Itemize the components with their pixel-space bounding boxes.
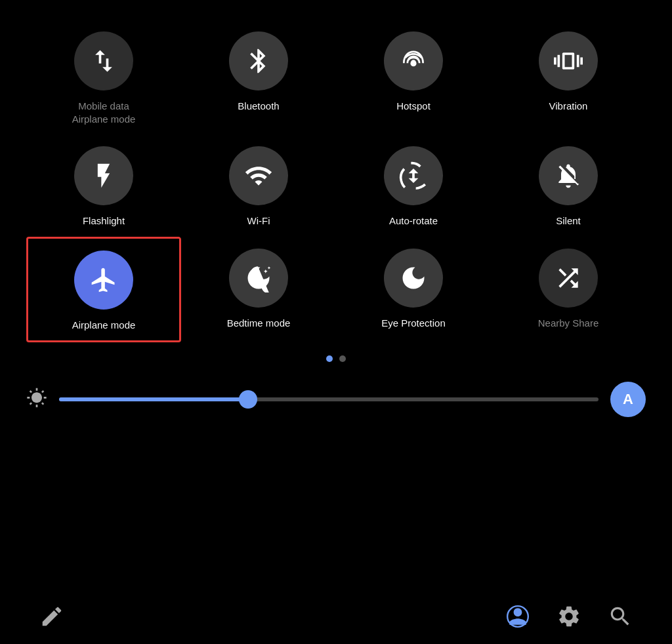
tile-bluetooth[interactable]: Bluetooth xyxy=(181,20,336,134)
vibration-icon xyxy=(539,31,598,91)
page-dots xyxy=(0,355,672,362)
tile-hotspot[interactable]: Hotspot xyxy=(336,20,491,134)
wifi-icon xyxy=(229,146,288,205)
brightness-slider[interactable] xyxy=(59,397,598,401)
settings-button[interactable] xyxy=(556,604,581,632)
tile-nearby-share[interactable]: Nearby Share xyxy=(491,237,646,343)
tile-eye-protection[interactable]: Eye Protection xyxy=(336,237,491,343)
nearby-share-label: Nearby Share xyxy=(538,317,599,330)
user-button[interactable] xyxy=(505,604,530,632)
tile-silent[interactable]: Silent xyxy=(491,134,646,237)
vibration-label: Vibration xyxy=(549,100,588,113)
bedtime-icon: ✦ ✦ xyxy=(229,249,288,308)
silent-icon xyxy=(539,146,598,205)
tile-flashlight[interactable]: Flashlight xyxy=(26,134,181,237)
eye-protection-label: Eye Protection xyxy=(381,317,446,330)
tile-auto-rotate[interactable]: Auto-rotate xyxy=(336,134,491,237)
mobile-data-label: Mobile dataAirplane mode xyxy=(72,100,136,125)
edit-button[interactable] xyxy=(39,604,64,632)
nearby-share-icon xyxy=(539,249,598,308)
search-button[interactable] xyxy=(608,604,633,632)
bluetooth-icon xyxy=(229,31,288,91)
tile-bedtime[interactable]: ✦ ✦ Bedtime mode xyxy=(181,237,336,343)
tile-wifi[interactable]: Wi-Fi xyxy=(181,134,336,237)
brightness-thumb[interactable] xyxy=(239,390,257,409)
auto-rotate-label: Auto-rotate xyxy=(389,214,438,228)
bottom-bar xyxy=(0,592,672,644)
brightness-fill xyxy=(59,397,248,401)
flashlight-label: Flashlight xyxy=(83,214,125,228)
airplane-label: Airplane mode xyxy=(72,319,136,332)
brightness-row: A xyxy=(0,375,672,424)
wifi-label: Wi-Fi xyxy=(247,214,270,228)
svg-point-0 xyxy=(410,60,416,66)
avatar-label: A xyxy=(623,391,633,408)
flashlight-icon xyxy=(74,146,133,205)
quick-settings-grid: Mobile dataAirplane mode Bluetooth Hotsp… xyxy=(0,0,672,349)
avatar[interactable]: A xyxy=(610,382,646,417)
airplane-icon xyxy=(74,251,133,310)
tile-mobile-data[interactable]: Mobile dataAirplane mode xyxy=(26,20,181,134)
page-dot-2 xyxy=(339,355,346,362)
auto-rotate-icon xyxy=(384,146,443,205)
tile-airplane[interactable]: Airplane mode xyxy=(26,237,181,343)
brightness-icon xyxy=(26,388,47,411)
silent-label: Silent xyxy=(556,214,581,228)
page-dot-1 xyxy=(326,355,333,362)
bedtime-label: Bedtime mode xyxy=(227,317,291,330)
mobile-data-icon xyxy=(74,31,133,91)
hotspot-label: Hotspot xyxy=(396,100,430,113)
tile-vibration[interactable]: Vibration xyxy=(491,20,646,134)
eye-protection-icon xyxy=(384,249,443,308)
hotspot-icon xyxy=(384,31,443,91)
bluetooth-label: Bluetooth xyxy=(238,100,279,113)
svg-text:✦: ✦ xyxy=(267,265,271,271)
